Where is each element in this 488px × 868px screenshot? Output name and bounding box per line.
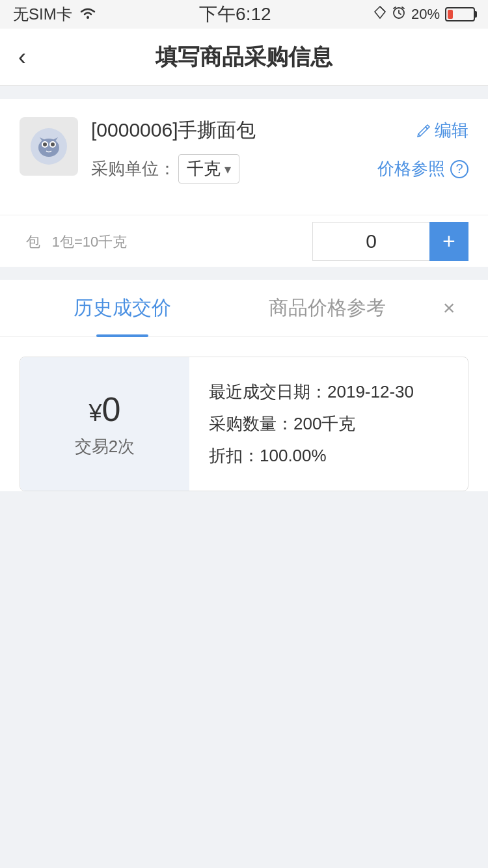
history-price-value: ¥0 [89, 390, 121, 429]
tab-history-price[interactable]: 历史成交价 [20, 280, 224, 337]
status-right: 20% [373, 5, 475, 23]
tab-close-button[interactable]: × [429, 289, 468, 328]
back-button[interactable]: ‹ [18, 44, 26, 71]
history-price-section: ¥0 交易2次 [20, 357, 189, 491]
unit-dropdown[interactable]: 千克 ▾ [178, 154, 239, 183]
quantity-row: 包 1包=10千克 0 + [0, 215, 488, 267]
quantity-label: 包 1包=10千克 [20, 230, 127, 252]
tab-product-price[interactable]: 商品价格参考 [224, 280, 429, 337]
price-reference-button[interactable]: 价格参照 ? [377, 157, 468, 180]
quantity-plus-button[interactable]: + [429, 222, 468, 261]
svg-point-3 [38, 139, 59, 157]
page-title: 填写商品采购信息 [156, 42, 332, 72]
status-bar: 无SIM卡 下午6:12 20% [0, 0, 488, 29]
status-time: 下午6:12 [199, 2, 271, 27]
battery-percent: 20% [411, 6, 440, 23]
nav-bar: ‹ 填写商品采购信息 [0, 29, 488, 86]
edit-button[interactable]: 编辑 [416, 119, 468, 142]
info-icon: ? [450, 160, 468, 178]
wifi-icon [79, 5, 97, 23]
history-trade-count: 交易2次 [75, 435, 135, 458]
product-card: [0000006]手撕面包 编辑 采购单位： 千克 ▾ [0, 99, 488, 215]
tabs-header: 历史成交价 商品价格参考 × [0, 280, 488, 337]
history-date-row: 最近成交日期：2019-12-30 [209, 381, 448, 403]
location-icon [373, 5, 386, 23]
quantity-input[interactable]: 0 [312, 222, 429, 261]
product-name: [0000006]手撕面包 [91, 117, 256, 144]
history-card: ¥0 交易2次 最近成交日期：2019-12-30 采购数量：200千克 折扣：… [20, 357, 468, 491]
battery-icon [445, 7, 475, 21]
page-background [0, 491, 488, 868]
quantity-controls: 0 + [312, 222, 468, 261]
status-carrier: 无SIM卡 [13, 4, 97, 25]
history-quantity-row: 采购数量：200千克 [209, 413, 448, 435]
svg-point-7 [51, 142, 55, 146]
product-info: [0000006]手撕面包 编辑 采购单位： 千克 ▾ [91, 117, 468, 183]
svg-point-0 [87, 16, 89, 19]
history-details: 最近成交日期：2019-12-30 采购数量：200千克 折扣：100.00% [189, 357, 468, 491]
tab-underline [96, 334, 148, 337]
product-image [20, 117, 78, 176]
tabs-container: 历史成交价 商品价格参考 × ¥0 交易2次 最近成交日期：2019-12-30… [0, 280, 488, 491]
alarm-icon [392, 5, 406, 23]
svg-point-6 [43, 142, 47, 146]
history-discount-row: 折扣：100.00% [209, 444, 448, 467]
unit-selector: 采购单位： 千克 ▾ [91, 154, 239, 183]
